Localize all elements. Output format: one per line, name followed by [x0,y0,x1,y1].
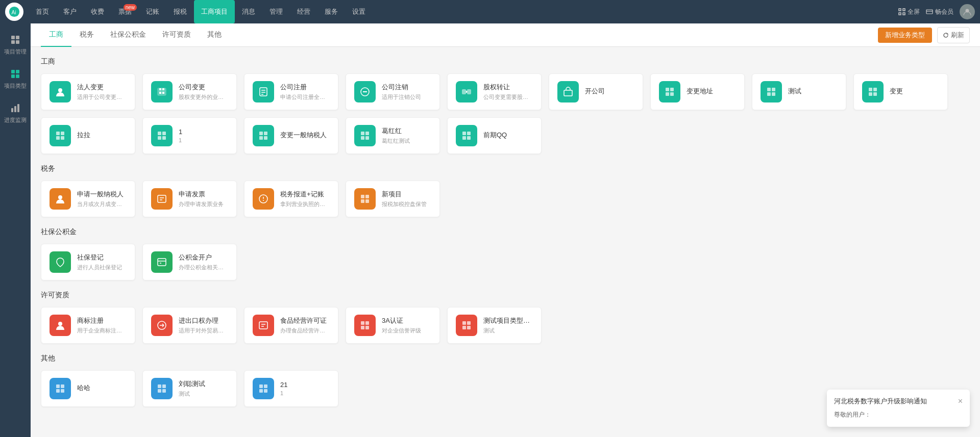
refresh-button[interactable]: 刷新 [937,27,970,43]
card-name: 进出口权办理 [179,316,228,325]
svg-rect-40 [772,88,775,91]
card-shangbiao-zhuce[interactable]: 商标注册 用于企业商标注册服务 [41,307,135,344]
card-faren-biangeng[interactable]: 法人变更 适用于公司变更法人 [41,73,135,110]
nav-manage[interactable]: 管理 [262,0,290,23]
card-desc: 办理申请发票业务 [179,200,228,208]
card-ceshi[interactable]: 测试 [752,73,846,110]
card-shuiwu-baodao[interactable]: 税务报道+记账 拿到营业执照的新公司 [244,181,338,217]
svg-rect-56 [264,132,267,135]
sidebar-item-project-mgmt[interactable]: 项目管理 [1,29,30,61]
svg-rect-75 [365,195,369,198]
card-desc: 测试 [483,327,533,335]
tab-gongshang[interactable]: 工商 [41,23,71,47]
card-gongsi-biangeng[interactable]: 公司变更 股权变更外的业务变更 [142,73,237,110]
card-liucong-ceshi[interactable]: 刘聪测试 测试 [142,370,237,407]
card-icon-dizhi [659,81,680,102]
chart-icon [9,102,21,114]
sidebar-item-project-type[interactable]: 项目类型 [1,63,30,95]
card-gehonghong[interactable]: 葛红红 葛红红测试 [346,117,440,154]
card-kaigongsi[interactable]: 开公司 [549,73,643,110]
member-btn[interactable]: 畅会员 [926,8,953,16]
sidebar-item-progress[interactable]: 进度监测 [1,97,30,129]
card-icon-num1 [151,125,173,146]
svg-rect-63 [462,132,466,135]
svg-rect-15 [11,74,15,78]
svg-rect-9 [11,36,15,39]
section-title-gongshang: 工商 [41,57,970,66]
nav-bizproject[interactable]: 工商项目 [194,0,235,23]
nav-settings[interactable]: 设置 [345,0,373,23]
svg-point-81 [58,322,62,326]
nav-home[interactable]: 首页 [29,0,56,23]
card-num1[interactable]: 1 1 [142,117,237,154]
card-icon-gongsi-biangeng [151,81,173,102]
card-name: 哈哈 [77,383,127,393]
card-name: 21 [280,381,330,389]
card-lala[interactable]: 拉拉 [41,117,135,154]
nav-message[interactable]: 消息 [235,0,262,23]
card-name: 新项目 [382,190,431,199]
card-biangeng-yiban[interactable]: 变更一般纳税人 [244,117,338,154]
tab-qita[interactable]: 其他 [199,23,230,47]
svg-rect-18 [14,106,16,112]
member-label: 畅会员 [935,8,953,16]
card-biangeng-dizhi[interactable]: 变更地址 [650,73,745,110]
nav-tax[interactable]: 报税 [166,0,194,23]
card-guquan-zhuanrang[interactable]: 股权转让 公司变更需要股权转让 [447,73,542,110]
tag-icon [9,68,21,80]
svg-rect-17 [11,108,13,112]
card-gongsi-zhuxiao[interactable]: 公司注销 适用于注销公司 [346,73,440,110]
tab-xuke[interactable]: 许可资质 [154,23,199,47]
card-qianqi-qq[interactable]: 前期QQ [447,117,542,154]
nav-bookkeeping[interactable]: 记账 [139,0,166,23]
card-shenqing-yiban[interactable]: 申请一般纳税人 当月或次月成变更完成 [41,181,135,217]
notification-close-button[interactable]: × [958,397,963,406]
card-name: 变更一般纳税人 [280,131,330,140]
card-haha[interactable]: 哈哈 [41,370,135,407]
card-name: 公积金开户 [179,253,228,262]
nav-fee[interactable]: 收费 [84,0,111,23]
svg-rect-58 [264,136,267,140]
svg-rect-94 [467,321,471,325]
card-ceshi-zdiy[interactable]: 测试项目类型自定义 测试 [447,307,542,344]
svg-rect-36 [670,88,674,91]
card-jinchukou[interactable]: 进出口权办理 适用于对外贸易经营者 [142,307,237,344]
svg-rect-95 [462,326,466,329]
shuiwu-cards: 申请一般纳税人 当月或次月成变更完成 申请发票 办理申请发票业务 税务报道+ [41,181,970,217]
notification-popup: 河北税务数字账户升级影响通知 × 尊敬的用户： [827,390,970,427]
card-desc: 适用于注销公司 [382,93,431,101]
card-icon-biangeng2 [862,81,884,102]
user-avatar[interactable] [960,4,975,19]
card-xinxiangmu[interactable]: 新项目 报税加税控盘保管 [346,181,440,217]
sidebar-label-project-type: 项目类型 [4,82,27,90]
svg-rect-77 [365,199,369,203]
svg-rect-16 [16,74,19,78]
svg-rect-13 [11,70,15,73]
svg-rect-33 [467,89,471,94]
nav-right: 全屏 畅会员 [898,4,975,19]
nav-invoice[interactable]: 票据 new [111,0,139,23]
card-shebao-dengji[interactable]: 社保登记 进行人员社保登记 [41,244,135,280]
svg-rect-42 [772,92,775,96]
svg-rect-52 [162,132,166,135]
tab-shebao[interactable]: 社保公积金 [102,23,154,47]
tabs-bar: 工商 税务 社保公积金 许可资质 其他 新增业务类型 刷新 [31,23,980,47]
card-icon-liucong [151,378,173,399]
nav-operation[interactable]: 经营 [290,0,317,23]
card-shipin-xuke[interactable]: 食品经营许可证 办理食品经营许可证 [244,307,338,344]
card-gongjijin-kaihu[interactable]: 公积金开户 办理公积金相关业务 [142,244,237,280]
card-shenqing-fapiao[interactable]: 申请发票 办理申请发票业务 [142,181,237,217]
svg-rect-106 [264,384,267,388]
svg-rect-51 [158,132,161,135]
nav-customer[interactable]: 客户 [56,0,84,23]
card-biangeng2[interactable]: 变更 [853,73,948,110]
svg-rect-23 [162,88,164,90]
svg-rect-11 [11,40,15,44]
add-type-button[interactable]: 新增业务类型 [878,28,932,43]
card-3a-renzheng[interactable]: 3A认证 对企业信誉评级 [346,307,440,344]
card-21[interactable]: 21 1 [244,370,338,407]
nav-service[interactable]: 服务 [317,0,345,23]
card-gongsi-zhuce[interactable]: 公司注册 申请公司注册全流程 [244,73,338,110]
fullscreen-btn[interactable]: 全屏 [898,8,920,16]
tab-shuiwu[interactable]: 税务 [71,23,102,47]
